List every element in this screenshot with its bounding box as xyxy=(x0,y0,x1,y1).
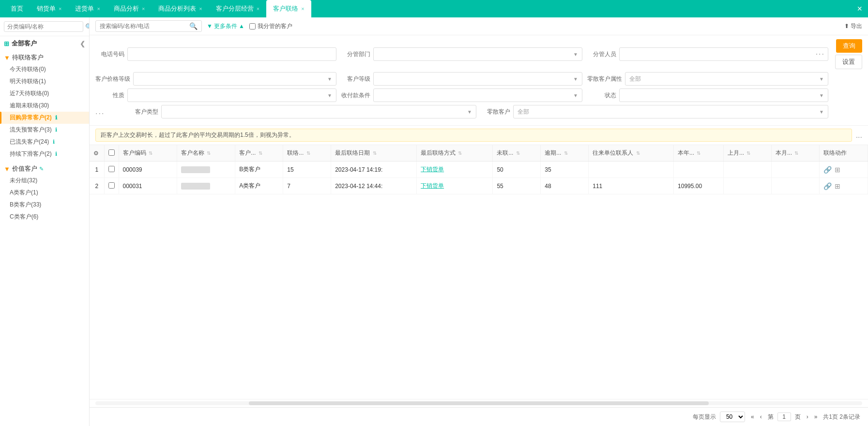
sidebar-all-customers[interactable]: ⊞ 全部客户 ❮ xyxy=(0,36,89,51)
action-link-icon[interactable]: 🔗 xyxy=(823,166,832,174)
more-conditions-btn[interactable]: ▼ 更多条件 ▲ xyxy=(207,22,244,30)
th-action: 联络动作 xyxy=(819,145,868,162)
main-layout: 🔍 ⊞ 全部客户 ❮ ▼ 待联络客户 今天待联络(0) 明天待联络(1) 近7天… xyxy=(0,17,868,426)
edit-icon[interactable]: ✎ xyxy=(39,166,44,172)
person-input-wrap[interactable]: ··· xyxy=(619,47,828,61)
sort-unit-icon[interactable]: ⇅ xyxy=(636,150,640,156)
sidebar-collapse-icon[interactable]: ❮ xyxy=(80,40,85,47)
query-button[interactable]: 查询 xyxy=(836,39,862,53)
prev-page-btn[interactable]: ‹ xyxy=(758,412,764,421)
action-grid-icon[interactable]: ⊞ xyxy=(835,166,840,174)
sidebar-search-area: 🔍 xyxy=(0,17,89,36)
sidebar-item-loss-warning[interactable]: 流失预警客户(3) ℹ xyxy=(0,124,89,136)
row-last-contact-way[interactable]: 下销货单 xyxy=(417,178,493,194)
sidebar-item-unclassified[interactable]: 未分组(32) xyxy=(0,175,89,187)
nav-sales-order[interactable]: 销货单 × xyxy=(30,0,68,17)
search-icon[interactable]: 🔍 xyxy=(189,22,198,30)
sidebar-item-class-c[interactable]: C类客户(6) xyxy=(0,211,89,223)
nav-customer-contact[interactable]: 客户联络 × xyxy=(266,0,311,17)
info-icon-2: ℹ xyxy=(55,127,57,132)
nav-customer-tier[interactable]: 客户分层经营 × xyxy=(209,0,266,17)
first-page-btn[interactable]: « xyxy=(749,412,756,421)
sidebar-item-abnormal-repurchase[interactable]: 回购异常客户(2) ℹ xyxy=(0,112,89,124)
sort-uncontacted-icon[interactable]: ⇅ xyxy=(516,150,520,156)
nav-close-purchase[interactable]: × xyxy=(97,6,100,12)
bottom-scrollbar[interactable] xyxy=(90,399,868,407)
status-select[interactable]: ▼ xyxy=(619,88,828,102)
sidebar-item-today[interactable]: 今天待联络(0) xyxy=(0,63,89,75)
last-contact-way-link[interactable]: 下销货单 xyxy=(421,182,444,189)
sidebar-item-class-b[interactable]: B类客户(33) xyxy=(0,199,89,211)
close-all-tabs[interactable]: × xyxy=(857,4,862,14)
per-page-select[interactable]: 50 xyxy=(720,411,745,422)
th-checkbox[interactable] xyxy=(104,145,119,162)
sort-year-icon[interactable]: ⇅ xyxy=(697,150,700,156)
th-settings[interactable]: ⚙ xyxy=(90,145,104,162)
scroll-track xyxy=(95,401,862,405)
row-checkbox-cell[interactable] xyxy=(104,178,119,194)
sort-overdue-icon[interactable]: ⇅ xyxy=(564,150,568,156)
nav-close-tier[interactable]: × xyxy=(257,6,259,12)
row-type: B类客户 xyxy=(235,162,283,178)
export-button[interactable]: ⬆ 导出 xyxy=(844,22,862,30)
retail-customer-select[interactable]: 全部 ▼ xyxy=(513,105,828,118)
retail-attr-select[interactable]: 全部 ▼ xyxy=(625,72,828,86)
nav-close-sales[interactable]: × xyxy=(59,6,61,12)
sidebar-item-7days[interactable]: 近7天待联络(0) xyxy=(0,88,89,100)
phone-input[interactable] xyxy=(131,51,333,58)
sidebar-item-lost[interactable]: 已流失客户(24) ℹ xyxy=(0,136,89,148)
row-checkbox[interactable] xyxy=(108,166,115,172)
sidebar-group-value[interactable]: ▼ 价值客户 ✎ xyxy=(0,162,89,175)
sort-name-icon[interactable]: ⇅ xyxy=(207,150,211,156)
sidebar-item-tomorrow[interactable]: 明天待联络(1) xyxy=(0,75,89,88)
action-grid-icon[interactable]: ⊞ xyxy=(835,182,840,190)
gender-select[interactable]: ▼ xyxy=(127,88,336,102)
row-checkbox-cell[interactable] xyxy=(104,162,119,178)
sidebar-item-overdue[interactable]: 逾期未联络(30) xyxy=(0,100,89,112)
payment-select[interactable]: ▼ xyxy=(373,88,582,102)
nav-product-analysis-list[interactable]: 商品分析列表 × xyxy=(152,0,209,17)
sort-tmonth-icon[interactable]: ⇅ xyxy=(794,150,798,156)
customer-type-select[interactable]: ▼ xyxy=(161,105,476,118)
row-last-contact-way[interactable]: 下销货单 xyxy=(417,162,493,178)
my-customer-checkbox[interactable] xyxy=(249,23,256,29)
sort-lmonth-icon[interactable]: ⇅ xyxy=(746,150,750,156)
sidebar-item-class-a[interactable]: A类客户(1) xyxy=(0,187,89,199)
row-checkbox[interactable] xyxy=(108,182,115,189)
nav-purchase-order[interactable]: 进货单 × xyxy=(68,0,107,17)
sidebar-item-declining[interactable]: 持续下滑客户(2) ℹ xyxy=(0,148,89,160)
nav-product-analysis[interactable]: 商品分析 × xyxy=(107,0,152,17)
person-input[interactable] xyxy=(623,51,816,58)
nav-close-analysis[interactable]: × xyxy=(142,6,145,12)
sort-contact-icon[interactable]: ⇅ xyxy=(306,150,310,156)
nav-close-analysis-list[interactable]: × xyxy=(199,6,202,12)
tooltip-dots[interactable]: ... xyxy=(856,131,862,140)
next-page-btn[interactable]: › xyxy=(805,412,810,421)
settings-button[interactable]: 设置 xyxy=(835,55,862,69)
person-dots[interactable]: ··· xyxy=(816,50,825,59)
nav-close-contact[interactable]: × xyxy=(301,6,304,12)
action-link-icon[interactable]: 🔗 xyxy=(823,182,832,190)
select-all-checkbox[interactable] xyxy=(108,149,115,156)
nav-home[interactable]: 首页 xyxy=(4,0,30,17)
price-level-select[interactable]: ▼ xyxy=(133,72,336,86)
sort-date-icon[interactable]: ⇅ xyxy=(373,150,377,156)
sidebar-group-pending[interactable]: ▼ 待联络客户 xyxy=(0,51,89,63)
info-icon: ℹ xyxy=(55,115,57,120)
search-input[interactable] xyxy=(100,23,189,29)
customer-level-select[interactable]: ▼ xyxy=(373,72,582,86)
scroll-thumb[interactable] xyxy=(249,401,709,405)
phone-input-wrap[interactable] xyxy=(127,47,336,61)
last-contact-way-link[interactable]: 下销货单 xyxy=(421,166,444,173)
dept-select[interactable]: ▼ xyxy=(373,47,582,61)
last-page-btn[interactable]: » xyxy=(812,412,820,421)
grid-icon: ⊞ xyxy=(4,40,9,47)
sidebar-search-input[interactable] xyxy=(4,21,83,32)
current-page-input[interactable]: 1 xyxy=(777,412,791,421)
extra-dots[interactable]: ... xyxy=(95,107,105,116)
sort-code-icon[interactable]: ⇅ xyxy=(149,150,152,156)
sidebar-search-icon[interactable]: 🔍 xyxy=(85,23,90,30)
sort-type-icon[interactable]: ⇅ xyxy=(259,150,262,156)
sort-way-icon[interactable]: ⇅ xyxy=(458,150,462,156)
row-last-contact-date: 2023-04-12 14:44: xyxy=(331,178,417,194)
